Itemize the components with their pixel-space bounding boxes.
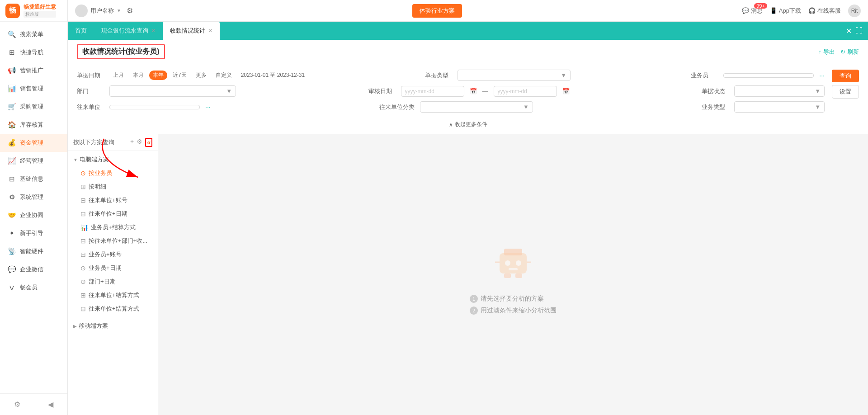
- date-range-display: 2023-01-01 至 2023-12-31: [241, 71, 305, 79]
- review-date-start[interactable]: yyyy-mm-dd: [401, 86, 464, 97]
- biz-type-select[interactable]: ▼: [734, 101, 825, 113]
- user-avatar-header[interactable]: Rit: [848, 5, 861, 17]
- settings-icon[interactable]: ⚙: [127, 6, 133, 15]
- tab-bank-flow[interactable]: 现金银行流水查询 ✕: [94, 22, 163, 40]
- message-icon-item[interactable]: 💬 消息 99+: [742, 7, 763, 15]
- voucher-type-arrow: ▼: [561, 72, 566, 79]
- calendar-end-icon[interactable]: 📅: [562, 88, 570, 94]
- calendar-start-icon[interactable]: 📅: [470, 88, 477, 94]
- sidebar-logo: 畅 畅捷通好生意 标准版: [0, 0, 67, 22]
- empty-step-2-text: 用过滤条件来缩小分析范围: [481, 307, 557, 315]
- left-panel-add-icon[interactable]: +: [130, 138, 134, 147]
- query-row-2: 部门 ▼ 审核日期 yyyy-mm-dd 📅 — yyy: [77, 85, 825, 97]
- scheme-item-counterpart-dept-collect[interactable]: ⊟ 按往来单位+部门+收...: [68, 234, 158, 248]
- mobile-group-label: 移动端方案: [79, 322, 108, 330]
- sidebar-item-guide[interactable]: ✦新手引导: [0, 224, 67, 242]
- dept-select[interactable]: ▼: [109, 85, 236, 97]
- left-panel-settings-icon[interactable]: ⚙: [137, 138, 142, 147]
- sidebar-item-hardware[interactable]: 📡智能硬件: [0, 242, 67, 260]
- tab-bank-flow-close[interactable]: ✕: [151, 28, 156, 34]
- scheme-item-salesman-date[interactable]: ⊙ 业务员+日期: [68, 261, 158, 275]
- brand-name: 畅捷通好生意: [24, 4, 56, 11]
- sidebar-item-basic-info[interactable]: ⊟基础信息: [0, 170, 67, 188]
- sidebar-item-finance[interactable]: 💰资金管理: [0, 134, 67, 152]
- page-title: 收款情况统计(按业务员): [82, 47, 160, 55]
- trial-button[interactable]: 体验行业方案: [412, 4, 462, 18]
- fullscreen-icon[interactable]: ⛶: [855, 27, 863, 35]
- sidebar-icon-search-menu: 🔍: [7, 30, 16, 39]
- scheme-label-counterpart-settlement1: 往来单位+结算方式: [89, 291, 139, 299]
- sidebar-item-wechat[interactable]: 💬企业微信: [0, 260, 67, 278]
- voucher-status-arrow: ▼: [815, 88, 821, 94]
- sidebar-item-marketing[interactable]: 📢营销推广: [0, 61, 67, 80]
- sidebar-item-member[interactable]: V畅会员: [0, 278, 67, 297]
- refresh-icon: ↻: [840, 48, 845, 55]
- scheme-group-mobile: ▶ 移动端方案: [68, 317, 158, 335]
- online-service-item[interactable]: 🎧 在线客服: [808, 7, 841, 15]
- svg-rect-0: [500, 253, 527, 274]
- scheme-item-counterpart-settlement2[interactable]: ⊟ 往来单位+结算方式: [68, 302, 158, 316]
- app-download-item[interactable]: 📱 App下载: [770, 7, 801, 15]
- review-date-end[interactable]: yyyy-mm-dd: [494, 86, 557, 97]
- empty-step-1-text: 请先选择要分析的方案: [481, 295, 544, 303]
- settings-button[interactable]: 设置: [832, 85, 859, 99]
- sidebar-item-corp[interactable]: 🤝企业协同: [0, 206, 67, 224]
- export-button[interactable]: ↑ 导出: [819, 48, 835, 56]
- scheme-item-by-salesman[interactable]: ⊙ 按业务员: [68, 166, 158, 180]
- scheme-item-by-detail[interactable]: ⊞ 按明细: [68, 180, 158, 193]
- counterpart-category-select[interactable]: ▼: [420, 101, 533, 113]
- collapse-more-button[interactable]: ∧ 收起更多条件: [449, 121, 487, 128]
- date-tab-last-month[interactable]: 上月: [109, 71, 127, 80]
- scheme-group-pc-header[interactable]: ▼ 电脑端方案: [68, 153, 158, 166]
- left-panel-collapse-icon[interactable]: «: [145, 138, 152, 147]
- tab-collection-stats[interactable]: 收款情况统计 ✕: [163, 22, 220, 40]
- sidebar-label-purchase: 采购管理: [20, 103, 43, 111]
- counterpart-more-icon[interactable]: ···: [205, 104, 211, 111]
- date-tab-this-year[interactable]: 本年: [149, 71, 167, 80]
- user-avatar: [75, 5, 88, 17]
- scheme-icon-dept-date: ⊙: [80, 278, 86, 285]
- scheme-item-counterpart-settlement1[interactable]: ⊞ 往来单位+结算方式: [68, 288, 158, 302]
- date-tab-custom[interactable]: 自定义: [212, 71, 236, 80]
- scheme-group-pc: ▼ 电脑端方案 ⊙ 按业务员 ⊞ 按明细 ⊟ 往来单位+账号: [68, 151, 158, 317]
- settings-bottom-icon[interactable]: ⚙: [11, 397, 23, 411]
- tab-collection-stats-close[interactable]: ✕: [208, 28, 212, 34]
- sidebar-label-search-menu: 搜索菜单: [20, 30, 43, 38]
- collapse-sidebar-icon[interactable]: ◀: [45, 397, 56, 411]
- scheme-item-counterpart-date[interactable]: ⊟ 往来单位+日期: [68, 207, 158, 221]
- sidebar-label-member: 畅会员: [20, 283, 38, 292]
- user-info[interactable]: 用户名称 ▼: [75, 5, 121, 17]
- voucher-type-select[interactable]: ▼: [458, 70, 571, 81]
- sidebar-label-quick-nav: 快捷导航: [20, 48, 43, 57]
- date-tab-this-month[interactable]: 本月: [129, 71, 147, 80]
- dept-arrow: ▼: [226, 88, 232, 94]
- date-tab-last-7-days[interactable]: 近7天: [169, 71, 190, 80]
- scheme-item-salesman-account[interactable]: ⊟ 业务员+账号: [68, 248, 158, 261]
- salesman-select[interactable]: [723, 73, 814, 78]
- sidebar-item-quick-nav[interactable]: ⊞快捷导航: [0, 43, 67, 61]
- collapse-more-label: 收起更多条件: [455, 121, 487, 128]
- date-tab-more[interactable]: 更多: [192, 71, 210, 80]
- sidebar-item-operation[interactable]: 📈经营管理: [0, 152, 67, 170]
- close-all-tabs-icon[interactable]: ✕: [846, 27, 852, 35]
- scheme-item-salesman-settlement[interactable]: 📊 业务员+结算方式: [68, 221, 158, 234]
- header-actions: 体验行业方案: [412, 4, 462, 18]
- sidebar-item-search-menu[interactable]: 🔍搜索菜单: [0, 25, 67, 43]
- refresh-button[interactable]: ↻ 刷新: [840, 48, 859, 56]
- tab-home-label: 首页: [75, 27, 87, 35]
- scheme-group-mobile-header[interactable]: ▶ 移动端方案: [68, 319, 158, 333]
- tab-home[interactable]: 首页: [68, 22, 94, 40]
- user-dropdown-arrow: ▼: [117, 8, 121, 13]
- scheme-item-dept-date[interactable]: ⊙ 部门+日期: [68, 275, 158, 288]
- query-row-1: 单据日期 上月 本月 本年 近7天 更多 自定义 2023-01-01 至 20…: [77, 70, 825, 81]
- sidebar-item-system[interactable]: ⚙系统管理: [0, 188, 67, 206]
- sidebar-item-inventory[interactable]: 🏠库存核算: [0, 116, 67, 134]
- query-button[interactable]: 查询: [832, 70, 859, 82]
- scheme-item-counterpart-account[interactable]: ⊟ 往来单位+账号: [68, 193, 158, 207]
- counterpart-select[interactable]: [109, 105, 200, 109]
- sidebar-item-purchase[interactable]: 🛒采购管理: [0, 98, 67, 116]
- sidebar-item-sales[interactable]: 📊销售管理: [0, 80, 67, 98]
- salesman-more-icon[interactable]: ···: [819, 72, 825, 79]
- voucher-status-select[interactable]: ▼: [734, 85, 825, 97]
- sidebar-label-basic-info: 基础信息: [20, 175, 43, 183]
